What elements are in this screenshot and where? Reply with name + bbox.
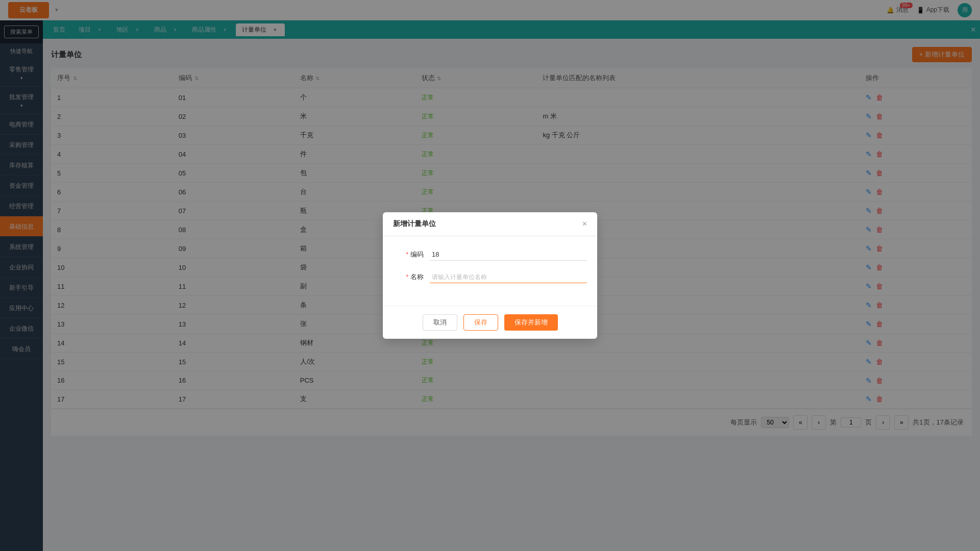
modal-body: 编码 名称 [383,236,597,306]
modal-close-button[interactable]: × [582,219,587,229]
modal-overlay: 新增计量单位 × 编码 名称 取消 保存 保存并新增 [0,0,980,551]
code-input[interactable] [430,248,587,261]
name-input[interactable] [430,271,587,283]
code-label: 编码 [393,250,424,259]
modal-title: 新增计量单位 [393,219,436,229]
cancel-button[interactable]: 取消 [423,314,457,331]
name-label: 名称 [393,272,424,282]
add-unit-modal: 新增计量单位 × 编码 名称 取消 保存 保存并新增 [383,212,597,339]
code-form-item: 编码 [393,248,587,261]
modal-footer: 取消 保存 保存并新增 [383,306,597,339]
modal-header: 新增计量单位 × [383,212,597,236]
name-form-item: 名称 [393,271,587,283]
save-button[interactable]: 保存 [463,314,498,331]
save-and-new-button[interactable]: 保存并新增 [504,314,558,331]
